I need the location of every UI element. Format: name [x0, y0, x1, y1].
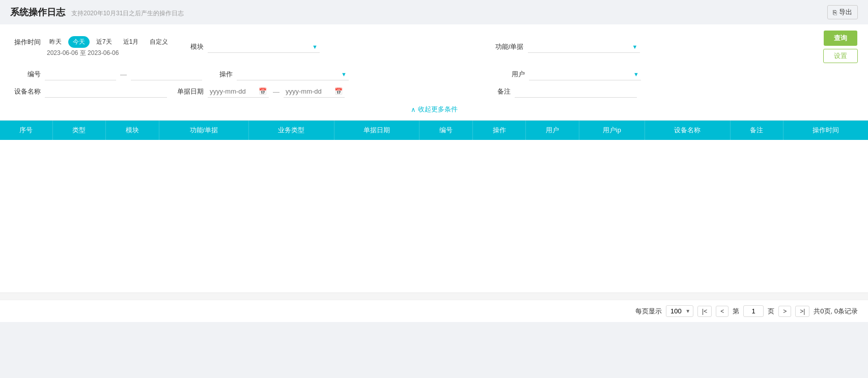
date-from-input[interactable] — [208, 85, 269, 97]
filter-panel: 操作时间 昨天 今天 近7天 近1月 自定义 2023-06-06 至 2023… — [0, 24, 868, 121]
date-label: 单据日期 — [173, 87, 204, 96]
col-module: 模块 — [106, 121, 159, 140]
op-filter: 操作 ▼ — [202, 68, 494, 80]
page-size-wrapper: 100 50 200 ▼ — [666, 305, 693, 317]
col-optime: 操作时间 — [783, 121, 868, 140]
func-select[interactable] — [528, 41, 640, 52]
horizontal-scrollbar[interactable] — [0, 293, 868, 300]
page-title: 系统操作日志 — [10, 6, 65, 18]
page-subtitle: 支持2020年10月31日之后产生的操作日志 — [71, 9, 184, 18]
pagination: 每页显示 100 50 200 ▼ |< < 第 页 > >| 共0页, 0条记… — [0, 300, 868, 322]
col-biztype: 业务类型 — [249, 121, 334, 140]
remark-label: 备注 — [480, 87, 511, 96]
user-select[interactable] — [529, 68, 641, 80]
page-size-select[interactable]: 100 50 200 — [666, 305, 693, 317]
module-select-wrapper: ▼ — [208, 41, 320, 53]
action-buttons: 查询 设置 — [823, 31, 858, 63]
op-label: 操作 — [202, 70, 233, 79]
time-btn-today[interactable]: 今天 — [68, 36, 90, 48]
export-button[interactable]: ⎘ 导出 — [827, 5, 858, 19]
time-btn-yesterday[interactable]: 昨天 — [45, 36, 66, 48]
setting-button[interactable]: 设置 — [823, 49, 858, 63]
filter-row-1: 操作时间 昨天 今天 近7天 近1月 自定义 2023-06-06 至 2023… — [10, 31, 858, 63]
page-unit-label: 页 — [768, 307, 774, 316]
total-info: 共0页, 0条记录 — [814, 307, 858, 316]
date-filter: 单据日期 📅 — 📅 — [173, 85, 480, 98]
user-filter: 用户 ▼ — [494, 68, 787, 80]
num-from-input[interactable] — [45, 68, 116, 80]
page-header: 系统操作日志 支持2020年10月31日之后产生的操作日志 ⎘ 导出 — [0, 0, 868, 24]
table-wrapper: 序号 类型 模块 功能/单据 业务类型 单据日期 编号 操作 用户 用户ip 设… — [0, 121, 868, 293]
page-number-input[interactable] — [743, 305, 764, 317]
first-page-button[interactable]: |< — [697, 306, 712, 317]
col-op: 操作 — [472, 121, 525, 140]
last-page-button[interactable]: >| — [795, 306, 809, 317]
user-select-wrapper: ▼ — [529, 68, 641, 80]
func-filter: 功能/单据 ▼ — [493, 41, 814, 53]
func-select-wrapper: ▼ — [528, 41, 640, 53]
remark-filter: 备注 — [480, 85, 787, 98]
device-input[interactable] — [45, 85, 167, 98]
page-word-label: 第 — [733, 307, 739, 316]
col-date: 单据日期 — [334, 121, 419, 140]
scrollbar-inner — [0, 293, 868, 294]
prev-page-button[interactable]: < — [716, 306, 729, 317]
op-select[interactable] — [237, 68, 349, 80]
col-type: 类型 — [52, 121, 105, 140]
time-label: 操作时间 — [10, 38, 41, 47]
per-page-label: 每页显示 — [635, 307, 662, 316]
header-row: 序号 类型 模块 功能/单据 业务类型 单据日期 编号 操作 用户 用户ip 设… — [0, 121, 868, 140]
num-to-input[interactable] — [131, 68, 202, 80]
device-filter: 设备名称 — [10, 85, 173, 98]
collapse-row[interactable]: ∧ 收起更多条件 — [10, 103, 858, 116]
collapse-chevron-icon: ∧ — [411, 106, 416, 113]
time-btn-7days[interactable]: 近7天 — [92, 36, 117, 48]
remark-input[interactable] — [515, 85, 637, 98]
data-table: 序号 类型 模块 功能/单据 业务类型 单据日期 编号 操作 用户 用户ip 设… — [0, 121, 868, 140]
next-page-button[interactable]: > — [778, 306, 791, 317]
date-to-wrapper: 📅 — [284, 85, 345, 98]
col-remark: 备注 — [730, 121, 783, 140]
query-button[interactable]: 查询 — [824, 31, 857, 46]
user-label: 用户 — [494, 70, 525, 79]
col-num: 编号 — [419, 121, 472, 140]
col-device: 设备名称 — [645, 121, 730, 140]
time-buttons: 昨天 今天 近7天 近1月 自定义 — [45, 36, 173, 48]
collapse-label: 收起更多条件 — [418, 105, 458, 114]
op-select-wrapper: ▼ — [237, 68, 349, 80]
module-filter: 模块 ▼ — [173, 41, 493, 53]
num-dash: — — [120, 71, 127, 78]
col-user: 用户 — [526, 121, 579, 140]
filter-row-2: 编号 — 操作 ▼ 用户 ▼ — [10, 68, 858, 80]
export-icon: ⎘ — [833, 9, 837, 16]
module-select[interactable] — [208, 41, 320, 52]
func-label: 功能/单据 — [493, 42, 524, 51]
export-label: 导出 — [839, 8, 852, 17]
col-seqno: 序号 — [0, 121, 52, 140]
header-left: 系统操作日志 支持2020年10月31日之后产生的操作日志 — [10, 6, 184, 18]
filter-row-3: 设备名称 单据日期 📅 — 📅 备注 — [10, 85, 858, 98]
table-header: 序号 类型 模块 功能/单据 业务类型 单据日期 编号 操作 用户 用户ip 设… — [0, 121, 868, 140]
date-from-wrapper: 📅 — [208, 85, 269, 98]
date-dash: — — [273, 88, 279, 96]
date-to-input[interactable] — [284, 85, 345, 97]
num-filter: 编号 — — [10, 68, 202, 80]
empty-area — [0, 140, 868, 293]
num-label: 编号 — [10, 70, 41, 79]
col-func: 功能/单据 — [159, 121, 248, 140]
time-btn-1month[interactable]: 近1月 — [119, 36, 144, 48]
time-btn-custom[interactable]: 自定义 — [145, 36, 173, 48]
col-ip: 用户ip — [579, 121, 645, 140]
module-label: 模块 — [173, 42, 204, 51]
time-filter: 操作时间 昨天 今天 近7天 近1月 自定义 2023-06-06 至 2023… — [10, 36, 173, 57]
time-range-display: 2023-06-06 至 2023-06-06 — [47, 49, 119, 57]
device-label: 设备名称 — [10, 87, 41, 96]
